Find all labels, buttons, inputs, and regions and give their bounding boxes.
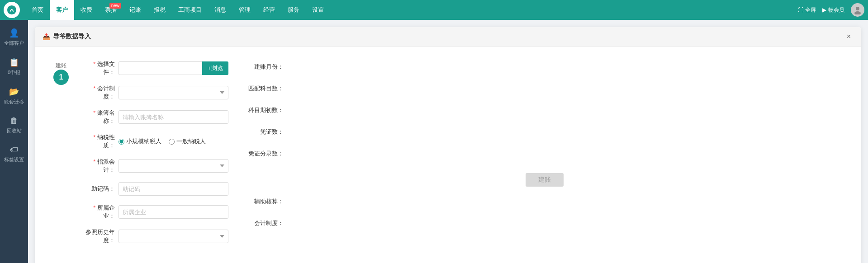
svg-point-2 <box>854 11 861 14</box>
dialog-body: 建账 1 选择文件： +浏览 <box>35 47 861 263</box>
aux-accounting-label: 辅助核算： <box>247 197 287 206</box>
sidebar-item-recycle-bin[interactable]: 🗑 回收站 <box>0 112 28 139</box>
account-migration-icon: 📂 <box>9 87 19 97</box>
history-year-row: 参照历史年度： <box>82 228 228 244</box>
dialog-title: 📤 导爷数据导入 <box>43 33 91 41</box>
step-indicator: 建账 1 <box>53 60 69 85</box>
all-clients-icon: 👤 <box>9 28 19 38</box>
tag-settings-icon: 🏷 <box>10 145 18 155</box>
sidebar-item-tag-settings[interactable]: 🏷 标签设置 <box>0 141 28 168</box>
import-dialog: 📤 导爷数据导入 × 建账 1 <box>35 27 861 263</box>
file-input-group: +浏览 <box>119 61 228 75</box>
nav-tax[interactable]: 报税 <box>147 0 172 20</box>
recycle-bin-icon: 🗑 <box>10 116 18 126</box>
ledger-label: 账簿名称： <box>82 109 119 125</box>
accounting-system-row: 会计制度： <box>82 85 228 101</box>
main-content: 📤 导爷数据导入 × 建账 1 <box>28 20 868 263</box>
memo-input[interactable] <box>119 182 228 196</box>
sidebar-item-all-clients[interactable]: 👤 全部客户 <box>0 23 28 51</box>
nav-manage[interactable]: 管理 <box>232 0 257 20</box>
fullscreen-button[interactable]: ⛶ 全屏 <box>798 6 816 14</box>
accountant-select[interactable] <box>119 159 228 173</box>
create-account-form: 选择文件： +浏览 会计制度： <box>82 60 228 253</box>
app-logo <box>4 2 20 18</box>
nav-fee[interactable]: 收费 <box>74 0 99 20</box>
zero-declaration-icon: 📋 <box>9 57 19 67</box>
info-section: 建账月份： 匹配科目数： 科目期初数： 凭证数： <box>247 60 843 253</box>
general-taxpayer-option[interactable]: 一般纳税人 <box>169 137 206 146</box>
memo-row: 助记码： <box>82 182 228 196</box>
initial-balance-row: 科目期初数： <box>247 103 843 117</box>
company-label: 所属企业： <box>82 204 119 220</box>
aux-accounting-row: 辅助核算： <box>247 195 843 208</box>
member-icon: ▶ <box>822 7 826 13</box>
history-label: 参照历史年度： <box>82 228 119 244</box>
dialog-header: 📤 导爷数据导入 × <box>35 27 861 47</box>
memo-label: 助记码： <box>82 185 119 193</box>
voucher-count-label: 凭证数： <box>247 128 287 136</box>
nav-settings[interactable]: 设置 <box>306 0 330 20</box>
fullscreen-icon: ⛶ <box>798 7 803 13</box>
voucher-lines-row: 凭证分录数： <box>247 147 843 160</box>
nav-business[interactable]: 工商项目 <box>172 0 208 20</box>
match-accounts-row: 匹配科目数： <box>247 82 843 95</box>
company-input[interactable] <box>119 205 228 219</box>
nav-home[interactable]: 首页 <box>25 0 50 20</box>
accountant-label: 指派会计： <box>82 158 119 174</box>
build-account-button[interactable]: 建账 <box>526 173 564 187</box>
nav-menu: 首页 客户 收费 票据 new 记账 报税 工商项目 消息 管理 经营 服务 设… <box>25 0 330 20</box>
voucher-count-row: 凭证数： <box>247 125 843 139</box>
tax-label: 纳税性质： <box>82 133 119 150</box>
nav-operation[interactable]: 经营 <box>257 0 281 20</box>
browse-button[interactable]: +浏览 <box>202 61 228 75</box>
match-accounts-label: 匹配科目数： <box>247 85 287 93</box>
file-label: 选择文件： <box>82 60 119 76</box>
accounting-select[interactable] <box>119 86 228 99</box>
build-month-label: 建账月份： <box>247 63 287 71</box>
general-taxpayer-radio[interactable] <box>169 139 175 145</box>
import-icon: 📤 <box>43 33 50 40</box>
step-badge: 1 <box>53 70 69 85</box>
nav-message[interactable]: 消息 <box>208 0 232 20</box>
history-select[interactable] <box>119 230 228 243</box>
build-month-row: 建账月份： <box>247 60 843 74</box>
member-button[interactable]: ▶ 畅会员 <box>822 6 844 14</box>
tax-type-row: 纳税性质： 小规模纳税人 一般纳税人 <box>82 133 228 150</box>
tax-radio-group: 小规模纳税人 一般纳税人 <box>119 137 206 146</box>
dialog-close-button[interactable]: × <box>844 32 854 42</box>
accounting-system-info-row: 会计制度： <box>247 216 843 230</box>
company-row: 所属企业： <box>82 204 228 220</box>
svg-point-1 <box>856 7 859 10</box>
nav-invoice[interactable]: 票据 new <box>99 0 123 20</box>
accounting-label: 会计制度： <box>82 85 119 101</box>
user-avatar[interactable] <box>851 3 864 17</box>
accountant-row: 指派会计： <box>82 158 228 174</box>
nav-client[interactable]: 客户 <box>50 0 74 20</box>
voucher-lines-label: 凭证分录数： <box>247 150 287 158</box>
initial-balance-label: 科目期初数： <box>247 106 287 114</box>
small-taxpayer-radio[interactable] <box>119 139 124 145</box>
sidebar: 👤 全部客户 📋 0申报 📂 账套迁移 🗑 回收站 🏷 标签设置 <box>0 20 28 263</box>
main-layout: 👤 全部客户 📋 0申报 📂 账套迁移 🗑 回收站 🏷 标签设置 📤 导 <box>0 20 868 263</box>
file-select-row: 选择文件： +浏览 <box>82 60 228 76</box>
nav-right-area: ⛶ 全屏 ▶ 畅会员 <box>798 3 864 17</box>
nav-bookkeeping[interactable]: 记账 <box>123 0 147 20</box>
new-badge: new <box>109 3 121 9</box>
nav-service[interactable]: 服务 <box>281 0 306 20</box>
sidebar-item-account-migration[interactable]: 📂 账套迁移 <box>0 82 28 110</box>
sidebar-item-zero-declaration[interactable]: 📋 0申报 <box>0 53 28 80</box>
top-navigation: 首页 客户 收费 票据 new 记账 报税 工商项目 消息 管理 经营 服务 设… <box>0 0 868 20</box>
file-input[interactable] <box>119 61 202 75</box>
small-taxpayer-option[interactable]: 小规模纳税人 <box>119 137 161 146</box>
ledger-input[interactable] <box>119 110 228 124</box>
ledger-name-row: 账簿名称： <box>82 109 228 125</box>
accounting-system-info-label: 会计制度： <box>247 219 287 227</box>
